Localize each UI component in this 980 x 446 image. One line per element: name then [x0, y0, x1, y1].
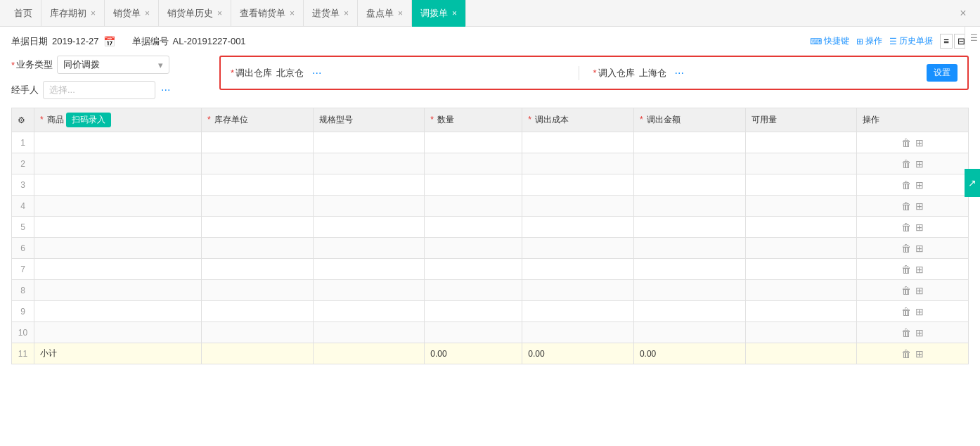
- amount-cell[interactable]: [633, 174, 745, 196]
- right-panel-list-btn[interactable]: ☰: [967, 31, 980, 45]
- tab-sales-history-close[interactable]: ×: [217, 8, 222, 18]
- spec-cell[interactable]: [313, 280, 425, 301]
- available-cell[interactable]: [745, 196, 857, 217]
- tab-inventory-check[interactable]: 盘点单 ×: [358, 0, 412, 27]
- handler-more-btn[interactable]: ···: [161, 84, 170, 96]
- copy-icon[interactable]: ⊞: [915, 137, 924, 148]
- biz-type-select[interactable]: 同价调拨 ▾: [57, 56, 169, 74]
- copy-icon[interactable]: ⊞: [915, 200, 924, 212]
- product-cell[interactable]: [34, 238, 202, 259]
- tab-inventory-init-close[interactable]: ×: [91, 8, 96, 18]
- available-cell[interactable]: [745, 238, 857, 259]
- copy-icon[interactable]: ⊞: [915, 222, 924, 233]
- amount-cell[interactable]: [633, 153, 745, 174]
- cost-cell[interactable]: [522, 301, 634, 322]
- tab-sales-order-close[interactable]: ×: [145, 8, 150, 18]
- delete-icon[interactable]: 🗑: [901, 306, 911, 317]
- delete-icon[interactable]: 🗑: [901, 200, 911, 212]
- amount-cell[interactable]: [633, 196, 745, 217]
- cost-cell[interactable]: [522, 153, 634, 174]
- amount-cell[interactable]: [633, 322, 745, 343]
- shortcuts-btn[interactable]: ⌨ 快捷键: [810, 35, 849, 47]
- delete-icon[interactable]: 🗑: [901, 158, 911, 170]
- unit-cell[interactable]: [202, 153, 314, 174]
- transfer-out-more-btn[interactable]: ···: [312, 67, 321, 79]
- tab-inventory-check-close[interactable]: ×: [398, 8, 403, 18]
- amount-cell[interactable]: [633, 259, 745, 280]
- spec-cell[interactable]: [313, 301, 425, 322]
- calendar-icon[interactable]: 📅: [103, 36, 115, 47]
- available-cell[interactable]: [745, 132, 857, 153]
- qty-cell[interactable]: [425, 280, 522, 301]
- transfer-in-more-btn[interactable]: ···: [675, 67, 684, 79]
- cost-cell[interactable]: [522, 280, 634, 301]
- tab-view-sales[interactable]: 查看销货单 ×: [231, 0, 304, 27]
- spec-cell[interactable]: [313, 132, 425, 153]
- cost-cell[interactable]: [522, 259, 634, 280]
- tab-sales-order[interactable]: 销货单 ×: [105, 0, 159, 27]
- tab-purchase[interactable]: 进货单 ×: [304, 0, 358, 27]
- cost-cell[interactable]: [522, 132, 634, 153]
- product-cell[interactable]: [34, 174, 202, 196]
- product-cell[interactable]: [34, 301, 202, 322]
- spec-cell[interactable]: [313, 238, 425, 259]
- qty-cell[interactable]: [425, 238, 522, 259]
- list-view-btn[interactable]: ≡: [940, 34, 953, 49]
- tab-purchase-close[interactable]: ×: [344, 8, 349, 18]
- spec-cell[interactable]: [313, 259, 425, 280]
- available-cell[interactable]: [745, 322, 857, 343]
- qty-cell[interactable]: [425, 196, 522, 217]
- delete-icon[interactable]: 🗑: [901, 179, 911, 191]
- unit-cell[interactable]: [202, 217, 314, 238]
- delete-icon[interactable]: 🗑: [901, 137, 911, 148]
- history-btn[interactable]: ☰ 历史单据: [889, 35, 933, 47]
- copy-icon[interactable]: ⊞: [915, 243, 924, 254]
- product-cell[interactable]: [34, 153, 202, 174]
- unit-cell[interactable]: [202, 301, 314, 322]
- cost-cell[interactable]: [522, 322, 634, 343]
- available-cell[interactable]: [745, 301, 857, 322]
- tab-view-sales-close[interactable]: ×: [290, 8, 295, 18]
- qty-cell[interactable]: [425, 132, 522, 153]
- tab-home[interactable]: 首页: [6, 0, 41, 27]
- qty-cell[interactable]: [425, 153, 522, 174]
- product-cell[interactable]: [34, 132, 202, 153]
- cost-cell[interactable]: [522, 217, 634, 238]
- subtotal-delete-icon[interactable]: 🗑: [901, 348, 911, 359]
- cost-cell[interactable]: [522, 196, 634, 217]
- qty-cell[interactable]: [425, 301, 522, 322]
- amount-cell[interactable]: [633, 217, 745, 238]
- copy-icon[interactable]: ⊞: [915, 306, 924, 317]
- product-cell[interactable]: [34, 259, 202, 280]
- product-cell[interactable]: [34, 280, 202, 301]
- available-cell[interactable]: [745, 217, 857, 238]
- qty-cell[interactable]: [425, 259, 522, 280]
- operations-btn[interactable]: ⊞ 操作: [856, 35, 882, 47]
- spec-cell[interactable]: [313, 174, 425, 196]
- amount-cell[interactable]: [633, 132, 745, 153]
- delete-icon[interactable]: 🗑: [901, 222, 911, 233]
- cost-cell[interactable]: [522, 174, 634, 196]
- tab-transfer-close[interactable]: ×: [452, 8, 457, 18]
- spec-cell[interactable]: [313, 217, 425, 238]
- spec-cell[interactable]: [313, 153, 425, 174]
- product-cell[interactable]: [34, 196, 202, 217]
- amount-cell[interactable]: [633, 238, 745, 259]
- amount-cell[interactable]: [633, 301, 745, 322]
- delete-icon[interactable]: 🗑: [901, 327, 911, 338]
- delete-icon[interactable]: 🗑: [901, 243, 911, 254]
- tab-transfer[interactable]: 调拨单 ×: [412, 0, 466, 27]
- unit-cell[interactable]: [202, 196, 314, 217]
- copy-icon[interactable]: ⊞: [915, 264, 924, 275]
- cost-cell[interactable]: [522, 238, 634, 259]
- available-cell[interactable]: [745, 174, 857, 196]
- col-settings-header[interactable]: ⚙: [12, 108, 34, 132]
- amount-cell[interactable]: [633, 280, 745, 301]
- available-cell[interactable]: [745, 153, 857, 174]
- product-cell[interactable]: [34, 322, 202, 343]
- delete-icon[interactable]: 🗑: [901, 285, 911, 296]
- available-cell[interactable]: [745, 259, 857, 280]
- tab-inventory-init[interactable]: 库存期初 ×: [41, 0, 105, 27]
- copy-icon[interactable]: ⊞: [915, 285, 924, 296]
- unit-cell[interactable]: [202, 280, 314, 301]
